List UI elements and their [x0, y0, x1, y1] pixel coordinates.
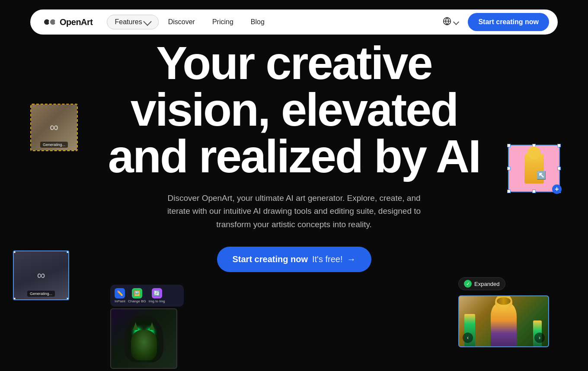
- hero-section: Your creative vision, elevated and reali…: [0, 40, 588, 272]
- neon-cat-image: [110, 308, 177, 369]
- logo-icon: [42, 18, 56, 26]
- toolbar-imgtoimg[interactable]: 🔄 Img to Img: [149, 288, 165, 303]
- nav-right: Start creating now: [438, 13, 549, 31]
- cursor-icon: ↖️: [537, 171, 546, 180]
- expanded-badge: ✓ Expanded: [458, 277, 505, 290]
- nav-item-blog[interactable]: Blog: [243, 15, 272, 29]
- generating-label-top: Generating...: [40, 142, 68, 148]
- hero-subtitle: Discover OpenArt, your ultimate AI art g…: [156, 192, 432, 231]
- nav-item-discover[interactable]: Discover: [160, 15, 203, 29]
- start-creating-hero-button[interactable]: Start creating now It's free! →: [217, 247, 371, 272]
- nav-item-pricing[interactable]: Pricing: [205, 15, 241, 29]
- float-person-bottom-left: ∞ Generating...: [13, 251, 69, 300]
- cta-arrow-icon: →: [347, 254, 356, 264]
- cta-free-label: It's free!: [312, 254, 343, 264]
- nav-links: Features Discover Pricing Blog: [107, 15, 438, 29]
- add-badge: +: [552, 184, 562, 194]
- check-circle-icon: ✓: [464, 280, 472, 288]
- toolbar-changebg[interactable]: 🖼️ Change BG: [128, 288, 146, 303]
- float-expanded-right-bottom: ✓ Expanded ‹ ›: [458, 277, 549, 347]
- cta-main-label: Start creating now: [233, 254, 308, 264]
- hero-title: Your creative vision, elevated and reali…: [35, 40, 553, 180]
- image-next-button[interactable]: ›: [534, 333, 545, 343]
- chevron-down-icon: [143, 17, 152, 26]
- logo-text: OpenArt: [60, 17, 93, 27]
- globe-icon: [443, 17, 451, 27]
- logo-area[interactable]: OpenArt: [42, 17, 93, 27]
- generating-label-bottom-left: Generating...: [27, 291, 55, 297]
- float-toolbar-cat: ✏️ InPaint 🖼️ Change BG 🔄 Img to Img: [110, 285, 184, 369]
- nav-item-features[interactable]: Features: [107, 15, 159, 29]
- chevron-down-icon: [453, 19, 459, 25]
- start-creating-nav-button[interactable]: Start creating now: [468, 13, 549, 31]
- float-cat-top-left: ∞ Generating...: [30, 104, 78, 151]
- language-selector[interactable]: [438, 14, 463, 30]
- navbar: OpenArt Features Discover Pricing Blog S: [30, 10, 558, 35]
- float-figure-right-top: ↖️ +: [508, 145, 560, 192]
- image-prev-button[interactable]: ‹: [463, 333, 473, 343]
- expanded-image-frame: ‹ ›: [458, 295, 549, 347]
- toolbar-inpaint[interactable]: ✏️ InPaint: [115, 288, 125, 303]
